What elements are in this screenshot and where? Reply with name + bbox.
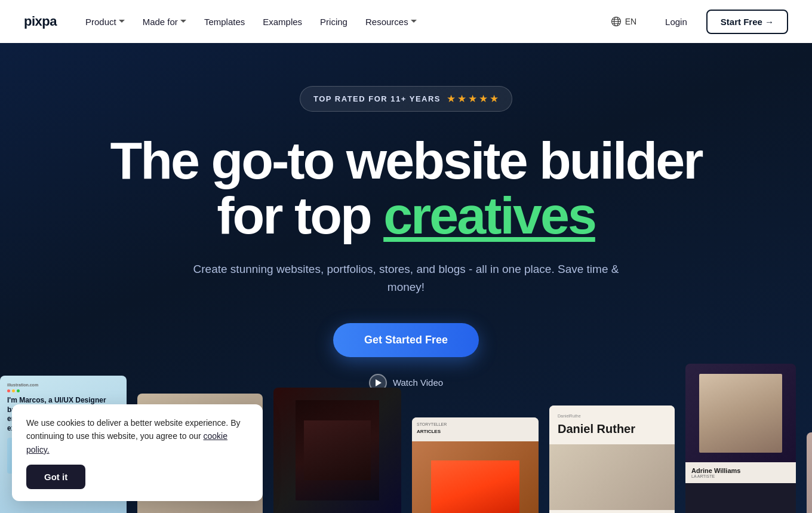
- preview-card-5: DanielRuthe Daniel Ruther: [549, 406, 675, 513]
- nav-pricing[interactable]: Pricing: [313, 12, 355, 32]
- preview-card-4: STORYTELLER ARTICLES: [412, 417, 539, 513]
- highlight-creatives: creatives: [383, 186, 595, 245]
- star-4: ★: [479, 93, 488, 105]
- cookie-banner: We use cookies to deliver a better websi…: [12, 404, 263, 501]
- cookie-text: We use cookies to deliver a better websi…: [26, 416, 248, 456]
- badge-text: TOP RATED FOR 11+ YEARS: [313, 94, 441, 103]
- preview-card-3: [273, 388, 401, 513]
- star-2: ★: [457, 93, 466, 105]
- language-selector[interactable]: EN: [605, 13, 646, 30]
- star-rating: ★ ★ ★ ★ ★: [447, 93, 499, 105]
- cookie-accept-button[interactable]: Got it: [26, 465, 85, 489]
- nav-examples[interactable]: Examples: [256, 12, 309, 32]
- preview-card-6: Adrine Williams LA ARTISTE: [685, 364, 796, 513]
- hero-heading: The go-to website builder for top creati…: [110, 133, 702, 244]
- preview-5-name: Daniel Ruther: [558, 422, 666, 436]
- star-3: ★: [468, 93, 477, 105]
- nav-links: Product Made for Templates Examples Pric…: [78, 12, 424, 32]
- nav-templates[interactable]: Templates: [197, 12, 252, 32]
- navbar-left: pixpa Product Made for Templates Example…: [24, 12, 424, 32]
- navbar-right: EN Login Start Free →: [605, 10, 788, 34]
- lang-label: EN: [625, 17, 636, 26]
- hero-subtext: Create stunning websites, portfolios, st…: [191, 260, 621, 297]
- start-free-button[interactable]: Start Free →: [706, 10, 788, 34]
- top-rated-badge: TOP RATED FOR 11+ YEARS ★ ★ ★ ★ ★: [300, 86, 512, 112]
- star-1: ★: [447, 93, 456, 105]
- login-button[interactable]: Login: [656, 12, 697, 32]
- nav-made-for[interactable]: Made for: [136, 12, 193, 32]
- globe-icon: [611, 16, 622, 27]
- preview-card-7: [807, 432, 812, 513]
- chevron-down-icon: [411, 20, 417, 23]
- logo[interactable]: pixpa: [24, 14, 57, 29]
- nav-product[interactable]: Product: [78, 12, 132, 32]
- chevron-down-icon: [180, 20, 186, 23]
- preview-6-name: Adrine Williams: [691, 467, 790, 474]
- star-5: ★: [490, 93, 499, 105]
- navbar: pixpa Product Made for Templates Example…: [0, 0, 812, 43]
- chevron-down-icon: [119, 20, 125, 23]
- nav-resources[interactable]: Resources: [358, 12, 424, 32]
